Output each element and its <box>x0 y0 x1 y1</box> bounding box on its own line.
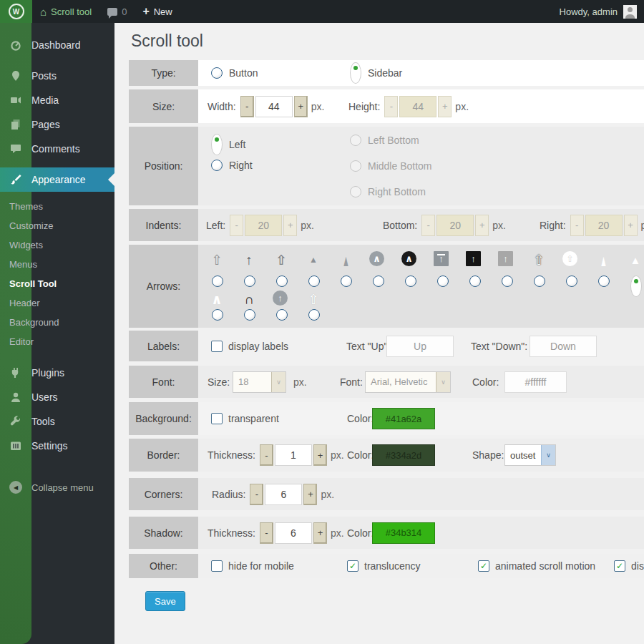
arrow-style-radio[interactable] <box>341 275 352 287</box>
checkbox-icon[interactable]: ✓ <box>347 560 358 572</box>
arrow-style-radio[interactable] <box>502 275 513 287</box>
arrow-style-radio[interactable] <box>534 275 545 287</box>
checkbox-icon[interactable] <box>211 560 223 572</box>
wordpress-menu[interactable]: W <box>0 0 32 23</box>
text-down-input[interactable] <box>530 336 597 357</box>
radio-label: Left Bottom <box>368 135 419 146</box>
other-animated-scroll-motion-checkbox[interactable]: ✓animated scroll motion <box>478 560 595 572</box>
other-hide-for-mobile-checkbox[interactable]: hide for mobile <box>211 560 294 572</box>
radio-label: Right <box>229 160 253 171</box>
sidebar-item-comments[interactable]: Comments <box>0 137 114 161</box>
radio-icon[interactable] <box>211 134 223 155</box>
sidebar-item-posts[interactable]: Posts <box>0 64 114 88</box>
sidebar-item-appearance[interactable]: Appearance <box>0 167 114 192</box>
checkbox-option[interactable]: display labels <box>211 341 288 352</box>
position-left-bottom-radio[interactable]: Left Bottom <box>350 135 419 146</box>
arrow-style-radio[interactable] <box>566 275 577 287</box>
arrow-style-radio[interactable] <box>244 309 255 321</box>
increment-button[interactable]: + <box>313 444 327 466</box>
chevron-down-icon[interactable]: ∨ <box>541 445 555 465</box>
sidebar-item-dashboard[interactable]: Dashboard <box>0 33 114 57</box>
display-labels-checkbox[interactable]: display labels <box>211 341 288 352</box>
submenu-item-menus[interactable]: Menus <box>0 255 114 274</box>
radio-icon[interactable] <box>350 186 361 197</box>
position-right-bottom-radio[interactable]: Right Bottom <box>350 186 426 197</box>
arrow-style-radio[interactable] <box>244 275 255 287</box>
shadow-color-swatch[interactable]: #34b314 <box>372 522 435 544</box>
decrement-button[interactable]: - <box>260 444 273 466</box>
arrow-style-radio[interactable] <box>437 275 449 287</box>
radio-icon[interactable] <box>211 67 223 79</box>
site-link[interactable]: ⌂ Scroll tool <box>32 0 99 23</box>
avatar[interactable] <box>623 5 637 19</box>
radio-icon[interactable] <box>350 160 361 172</box>
arrow-style-radio[interactable] <box>405 275 416 287</box>
type-button-radio[interactable]: Button <box>211 67 258 79</box>
arrow-style-radio[interactable] <box>212 309 223 321</box>
black-circle-chevron-up-icon: ∧ <box>401 251 416 266</box>
background-color-swatch[interactable]: #41a62a <box>372 408 435 429</box>
position-right-radio[interactable]: Right <box>211 160 253 171</box>
arrow-style-radio[interactable] <box>598 275 610 287</box>
checkbox-icon[interactable]: ✓ <box>614 560 625 572</box>
submenu-item-background[interactable]: Background <box>0 313 114 332</box>
spinner-value-input[interactable] <box>255 96 293 117</box>
radio-option[interactable]: Button <box>211 67 258 79</box>
checkbox-icon[interactable] <box>211 413 223 424</box>
radio-icon[interactable] <box>350 62 361 84</box>
arrow-style-radio[interactable] <box>308 275 320 287</box>
radio-option[interactable]: Sidebar <box>350 62 402 84</box>
submenu-item-customize[interactable]: Customize <box>0 216 114 235</box>
arrow-style-radio[interactable] <box>373 275 384 287</box>
form-row-shadow: Shadow: Thickness:-+px. Color: #34b314 <box>129 517 644 549</box>
select-box[interactable]: outset∨ <box>504 444 556 466</box>
checkbox-icon[interactable]: ✓ <box>478 560 489 572</box>
transparent-checkbox[interactable]: transparent <box>211 413 279 424</box>
collapse-menu-button[interactable]: ◀Collapse menu <box>0 475 114 499</box>
other-translucency-checkbox[interactable]: ✓translucency <box>347 560 421 572</box>
checkbox-option[interactable]: transparent <box>211 413 279 424</box>
decrement-button[interactable]: - <box>260 522 273 544</box>
arrow-style-radio[interactable] <box>469 275 481 287</box>
decrement-button[interactable]: - <box>240 96 254 117</box>
submenu-item-themes[interactable]: Themes <box>0 197 114 216</box>
howdy-account-link[interactable]: Howdy, admin <box>560 6 618 17</box>
submenu-item-widgets[interactable]: Widgets <box>0 235 114 255</box>
sidebar-item-pages[interactable]: Pages <box>0 112 114 137</box>
increment-button: + <box>438 96 452 117</box>
arrow-style-radio[interactable] <box>308 309 320 321</box>
arrow-style-radio[interactable] <box>630 275 642 297</box>
type-sidebar-radio[interactable]: Sidebar <box>350 62 402 84</box>
new-content-menu[interactable]: + New <box>135 0 180 23</box>
submenu-item-editor[interactable]: Editor <box>0 332 114 351</box>
border-color-swatch[interactable]: #334a2d <box>372 444 435 466</box>
save-button[interactable]: Save <box>145 591 185 611</box>
other-disa-checkbox[interactable]: ✓disa <box>614 560 644 572</box>
spinner-value-input[interactable] <box>265 484 302 505</box>
submenu-item-scroll-tool[interactable]: Scroll Tool <box>0 274 114 293</box>
arrow-style-radio[interactable] <box>212 275 223 287</box>
arrow-style-radio[interactable] <box>276 309 288 321</box>
sidebar-item-media[interactable]: Media <box>0 88 114 112</box>
arrow-glyph: ∧ <box>373 254 381 263</box>
decrement-button[interactable]: - <box>250 484 263 505</box>
font-color-input[interactable] <box>504 371 567 393</box>
increment-button[interactable]: + <box>313 522 327 544</box>
radio-icon[interactable] <box>350 135 361 146</box>
checkbox-icon[interactable] <box>211 341 223 352</box>
position-middle-bottom-radio[interactable]: Middle Bottom <box>350 160 431 172</box>
submenu-item-header[interactable]: Header <box>0 293 114 313</box>
sidebar-item-tools[interactable]: Tools <box>0 409 114 434</box>
spinner-value-input[interactable] <box>275 522 312 544</box>
sidebar-item-settings[interactable]: Settings <box>0 434 114 458</box>
arrow-style-radio[interactable] <box>276 275 288 287</box>
comments-shortcut[interactable]: 0 <box>99 0 135 23</box>
sidebar-item-users[interactable]: Users <box>0 385 114 409</box>
position-left-radio[interactable]: Left <box>211 134 245 155</box>
increment-button[interactable]: + <box>294 96 308 117</box>
sidebar-item-plugins[interactable]: Plugins <box>0 361 114 385</box>
text-up-input[interactable] <box>386 336 454 357</box>
radio-icon[interactable] <box>211 160 223 171</box>
increment-button[interactable]: + <box>303 484 317 505</box>
spinner-value-input[interactable] <box>275 444 312 466</box>
